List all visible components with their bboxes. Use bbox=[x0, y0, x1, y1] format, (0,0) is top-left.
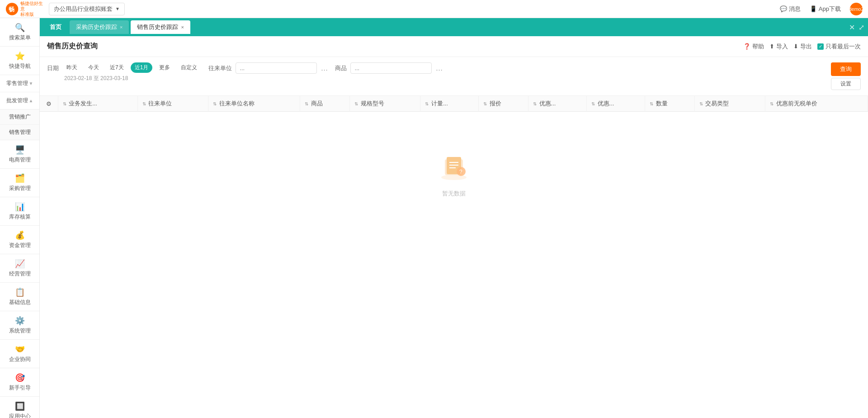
only-last-checkbox[interactable]: ✓ 只看最后一次 bbox=[817, 43, 861, 51]
sidebar-item-search[interactable]: 🔍 搜索菜单 bbox=[0, 18, 39, 47]
sidebar-item-operation[interactable]: 📈 经营管理 bbox=[0, 254, 39, 283]
date-filter: 昨天 今天 近7天 近1月 更多 自定义 2023-02-18 至 2023-0… bbox=[62, 62, 201, 82]
th-partner-name[interactable]: ⇅ 往来单位名称 bbox=[208, 96, 300, 112]
date-btn-7days[interactable]: 近7天 bbox=[106, 62, 128, 73]
date-btn-today[interactable]: 今天 bbox=[84, 62, 103, 73]
logo-icon: 畅 bbox=[5, 2, 19, 16]
maximize-btn[interactable]: ⤢ bbox=[859, 23, 864, 32]
chevron-down-icon: ▼ bbox=[29, 81, 33, 86]
page-header: 销售历史价查询 ❓ 帮助 ⬆ 导入 ⬇ 导出 ✓ bbox=[40, 36, 868, 57]
message-btn[interactable]: 💬 消息 bbox=[780, 5, 801, 13]
close-window-btn[interactable]: ✕ bbox=[849, 23, 855, 32]
date-range-text: 2023-02-18 至 2023-03-18 bbox=[62, 75, 201, 82]
export-icon: ⬇ bbox=[793, 43, 798, 50]
date-options: 昨天 今天 近7天 近1月 更多 自定义 bbox=[62, 62, 201, 73]
sidebar-item-sales[interactable]: 销售管理 bbox=[0, 125, 39, 140]
product-more-icon[interactable]: … bbox=[435, 64, 443, 72]
help-btn[interactable]: ❓ 帮助 bbox=[743, 43, 764, 51]
date-btn-custom[interactable]: 自定义 bbox=[177, 62, 201, 73]
export-btn[interactable]: ⬇ 导出 bbox=[793, 43, 812, 51]
sidebar-item-inventory[interactable]: 📊 库存核算 bbox=[0, 197, 39, 226]
search-icon: 🔍 bbox=[15, 23, 25, 33]
checkbox-icon: ✓ bbox=[817, 43, 824, 50]
th-product[interactable]: ⇅ 商品 bbox=[300, 96, 349, 112]
product-input-group: … bbox=[350, 62, 443, 74]
th-partner-code[interactable]: ⇅ 往来单位 bbox=[137, 96, 208, 112]
th-discount1[interactable]: ⇅ 优惠... bbox=[528, 96, 586, 112]
customer-input-group: … bbox=[236, 62, 328, 74]
message-icon: 💬 bbox=[780, 5, 787, 12]
sidebar-item-label: 系统管理 bbox=[9, 327, 31, 335]
newbie-icon: 🎯 bbox=[15, 373, 25, 383]
tab-bar: 首页 采购历史价跟踪 × 销售历史价跟踪 × ✕ ⤢ bbox=[40, 18, 868, 36]
th-discount2[interactable]: ⇅ 优惠... bbox=[586, 96, 645, 112]
th-quantity[interactable]: ⇅ 数量 bbox=[645, 96, 694, 112]
customer-label: 往来单位 bbox=[208, 62, 232, 72]
table-header-row: ⚙ ⇅ 业务发生... ⇅ 往来单位 ⇅ bbox=[40, 96, 868, 112]
th-gear[interactable]: ⚙ bbox=[40, 96, 58, 112]
app-download-btn[interactable]: 📱 App下载 bbox=[810, 5, 841, 13]
sidebar-item-system[interactable]: ⚙️ 系统管理 bbox=[0, 311, 39, 340]
import-btn[interactable]: ⬆ 导入 bbox=[769, 43, 788, 51]
system-icon: ⚙️ bbox=[15, 316, 25, 326]
query-button[interactable]: 查询 bbox=[831, 62, 861, 76]
th-spec[interactable]: ⇅ 规格型号 bbox=[349, 96, 420, 112]
avatar: demo2 bbox=[850, 3, 863, 15]
sidebar-item-label: 批发管理 bbox=[6, 97, 28, 104]
page-title: 销售历史价查询 bbox=[47, 42, 98, 51]
sidebar-item-label: 电商管理 bbox=[9, 156, 31, 164]
logo-text: 畅捷信好生意 标准版 bbox=[20, 1, 45, 17]
product-input[interactable] bbox=[350, 62, 432, 74]
tab-purchase-history[interactable]: 采购历史价跟踪 × bbox=[70, 20, 129, 34]
sidebar-item-label: 经营管理 bbox=[9, 270, 31, 278]
operation-icon: 📈 bbox=[15, 259, 25, 269]
date-btn-1month[interactable]: 近1月 bbox=[131, 62, 153, 73]
user-avatar-area[interactable]: demo2 bbox=[850, 3, 863, 15]
customer-more-icon[interactable]: … bbox=[321, 64, 328, 72]
sidebar-item-label: 企业协同 bbox=[9, 356, 31, 363]
sidebar-item-label: 销售管理 bbox=[9, 128, 31, 136]
sidebar-item-label: 新手引导 bbox=[9, 384, 31, 392]
sidebar-item-label: 零售管理 bbox=[6, 80, 28, 87]
sidebar-item-label: 快捷导航 bbox=[9, 62, 31, 70]
th-unit[interactable]: ⇅ 计量... bbox=[420, 96, 479, 112]
th-biz-date[interactable]: ⇅ 业务发生... bbox=[58, 96, 137, 112]
tab-bar-actions: ✕ ⤢ bbox=[849, 23, 864, 32]
svg-text:?: ? bbox=[459, 169, 462, 175]
sidebar-item-basic[interactable]: 📋 基础信息 bbox=[0, 283, 39, 311]
query-actions: 查询 设置 bbox=[831, 62, 861, 90]
settings-button[interactable]: 设置 bbox=[831, 78, 861, 90]
sidebar-item-wholesale[interactable]: 批发管理 ▲ bbox=[0, 92, 39, 109]
product-filter-group: 商品 … bbox=[335, 62, 443, 74]
sidebar-item-retail[interactable]: 零售管理 ▼ bbox=[0, 75, 39, 92]
filter-bar: 日期 昨天 今天 近7天 近1月 更多 自定义 2023-02-18 至 202… bbox=[40, 57, 868, 96]
th-pretax-price[interactable]: ⇅ 优惠前无税单价 bbox=[765, 96, 868, 112]
sidebar-item-apps[interactable]: 🔲 应用中心 bbox=[0, 397, 39, 418]
th-quote[interactable]: ⇅ 报价 bbox=[479, 96, 528, 112]
product-label: 商品 bbox=[335, 62, 347, 72]
sidebar-item-purchase[interactable]: 🗂️ 采购管理 bbox=[0, 169, 39, 197]
app-selector-label: 办公用品行业模拟账套 bbox=[54, 5, 113, 13]
tab-close-icon-2[interactable]: × bbox=[181, 24, 184, 30]
th-trade-type[interactable]: ⇅ 交易类型 bbox=[694, 96, 765, 112]
sidebar-item-label: 采购管理 bbox=[9, 185, 31, 192]
sidebar-item-corp[interactable]: 🤝 企业协同 bbox=[0, 340, 39, 368]
date-btn-more[interactable]: 更多 bbox=[155, 62, 174, 73]
sidebar-item-newbie[interactable]: 🎯 新手引导 bbox=[0, 368, 39, 397]
help-icon: ❓ bbox=[743, 43, 750, 50]
sidebar-item-finance[interactable]: 💰 资金管理 bbox=[0, 226, 39, 254]
tab-home[interactable]: 首页 bbox=[43, 20, 68, 34]
tab-purchase-label: 采购历史价跟踪 bbox=[76, 23, 117, 31]
tab-close-icon[interactable]: × bbox=[120, 24, 123, 30]
data-table: ⚙ ⇅ 业务发生... ⇅ 往来单位 ⇅ bbox=[40, 96, 868, 112]
tab-sales-history[interactable]: 销售历史价跟踪 × bbox=[131, 20, 190, 34]
import-icon: ⬆ bbox=[769, 43, 774, 50]
sidebar-item-ecom[interactable]: 🖥️ 电商管理 bbox=[0, 140, 39, 169]
app-selector[interactable]: 办公用品行业模拟账套 ▼ bbox=[49, 3, 125, 15]
gear-icon: ⚙ bbox=[46, 100, 52, 107]
date-btn-yesterday[interactable]: 昨天 bbox=[62, 62, 81, 73]
sidebar-item-quicknav[interactable]: ⭐ 快捷导航 bbox=[0, 47, 39, 75]
download-icon: 📱 bbox=[810, 5, 817, 12]
customer-input[interactable] bbox=[236, 62, 317, 74]
sidebar-item-marketing[interactable]: 营销推广 bbox=[0, 109, 39, 125]
